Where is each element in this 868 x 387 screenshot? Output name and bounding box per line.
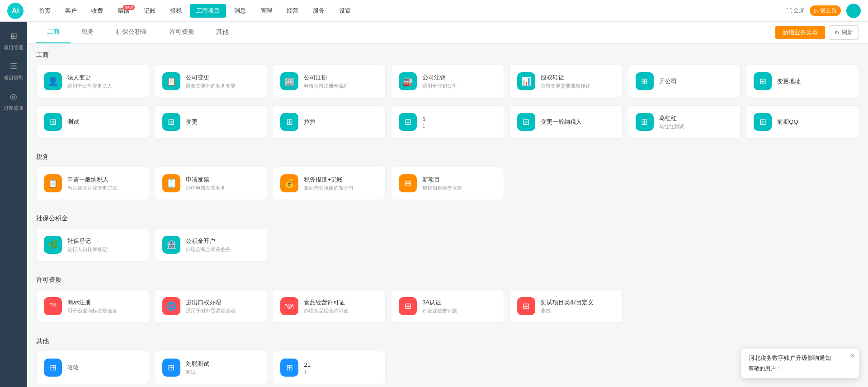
card-变更[interactable]: ⊞ 变更 [155,105,268,139]
card-info: 公司注销 适用于注销公司 [422,74,457,89]
card-title: 食品经营许可证 [304,298,349,307]
card-3A认证[interactable]: ⊞ 3A认证 对企业信誉评级 [391,289,504,323]
card-info: 测试项目类型目定义 测试 [541,298,594,314]
card-info: 开公司 [659,77,677,85]
vip-btn[interactable]: ▷ 畅会员 [810,5,841,16]
nav-item-消息[interactable]: 消息 [228,4,252,18]
card-税务报道+记账[interactable]: 💰 税务报道+记账 拿到营业执照的新公司 [273,167,386,200]
card-icon: ⊞ [399,113,417,131]
nav-item-工商项目[interactable]: 工商项目 [190,4,226,18]
tab-其他[interactable]: 其他 [205,22,240,43]
card-icon: 📊 [517,72,535,90]
tab-税务[interactable]: 税务 [71,22,105,43]
card-测试[interactable]: ⊞ 测试 [36,105,149,139]
card-title: 变更 [186,118,198,126]
card-葛红红[interactable]: ⊞ 葛红红 葛红红测试 [628,105,741,139]
card-desc: 适用于注销公司 [422,83,457,89]
nav-item-服务[interactable]: 服务 [307,4,331,18]
nav-item-票据[interactable]: 票据new [111,4,136,18]
card-公司注册[interactable]: 🏢 公司注册 申请公司注册全流程 [273,65,386,98]
card-title: 公司注册 [304,74,349,82]
nav-item-收费[interactable]: 收费 [85,4,109,18]
card-icon: 🌿 [44,236,62,254]
tab-工商[interactable]: 工商 [36,22,71,43]
refresh-button[interactable]: ↻ 刷新 [829,25,859,40]
card-公司注销[interactable]: 🏭 公司注销 适用于注销公司 [391,65,504,98]
card-title: 税务报道+记账 [304,176,354,184]
card-哈哈[interactable]: ⊞ 哈哈 [36,351,149,384]
card-desc: 对企业信誉评级 [422,308,457,314]
card-社保登记[interactable]: 🌿 社保登记 进行人员社保登记 [36,228,149,261]
cards-grid: 📋 申请一般纳税人 当月或次月成变更完成 🧾 申请发票 办理申请发票业务 💰 税… [36,167,859,200]
card-title: 新项目 [422,176,462,184]
nav-item-首页[interactable]: 首页 [33,4,57,18]
card-开公司[interactable]: ⊞ 开公司 [628,65,741,98]
card-公积金开户[interactable]: 🏦 公积金开户 办理公积金相关业务 [155,228,268,261]
card-desc: 适用于公司变更法人 [67,83,112,89]
card-desc: 进行人员社保登记 [67,246,107,253]
card-info: 测试 [67,118,79,126]
nav-item-管理[interactable]: 管理 [254,4,278,18]
card-title: 前期QQ [777,118,798,126]
card-icon: ⊞ [517,113,535,131]
card-21[interactable]: ⊞ 21 1 [273,351,386,384]
card-进出口权办理[interactable]: 🌐 进出口权办理 适用于对外贸易经营者 [155,289,268,323]
card-icon: ⊞ [399,297,417,315]
section-title: 税务 [36,153,859,161]
nav-item-设置[interactable]: 设置 [333,4,357,18]
tab-社保公积金[interactable]: 社保公积金 [105,22,158,43]
card-info: 法人变更 适用于公司变更法人 [67,74,112,89]
card-info: 股权转让 公司变更需要股权转让 [541,74,590,89]
nav-item-报税[interactable]: 报税 [164,4,188,18]
fullscreen-btn[interactable]: ⛶ 全屏 [786,7,804,14]
play-icon: ▷ [814,8,818,14]
card-拉拉[interactable]: ⊞ 拉拉 [273,105,386,139]
card-申请发票[interactable]: 🧾 申请发票 办理申请发票业务 [155,167,268,200]
card-icon: 🏦 [162,236,180,254]
card-icon: ⊞ [517,297,535,315]
card-title: 股权转让 [541,74,590,82]
card-法人变更[interactable]: 👤 法人变更 适用于公司变更法人 [36,65,149,98]
card-title: 1 [422,116,425,122]
card-前期QQ[interactable]: ⊞ 前期QQ [746,105,859,139]
sidebar-label: 进度监测 [4,105,24,112]
nav-item-经营[interactable]: 经营 [280,4,305,18]
card-info: 哈哈 [67,364,79,372]
card-刘聪测试[interactable]: ⊞ 刘聪测试 测试 [155,351,268,384]
section-title: 许可资质 [36,276,859,284]
card-title: 进出口权办理 [186,298,236,307]
card-title: 申请发票 [186,176,226,184]
card-公司变更[interactable]: 📋 公司变更 股权变更外的业务变更 [155,65,268,98]
card-股权转让[interactable]: 📊 股权转让 公司变更需要股权转让 [509,65,623,98]
card-info: 食品经营许可证 办理食品经营许可证 [304,298,349,314]
card-测试项目类型目定义[interactable]: ⊞ 测试项目类型目定义 测试 [509,289,623,323]
card-icon: ⊞ [162,359,180,377]
card-变更地址[interactable]: ⊞ 变更地址 [746,65,859,98]
nav-item-客户[interactable]: 客户 [59,4,83,18]
card-title: 21 [304,361,310,368]
avatar[interactable] [846,4,861,18]
card-title: 申请一般纳税人 [67,176,117,184]
card-新项目[interactable]: ⊞ 新项目 报税加税控盘保管 [391,167,504,200]
nav-item-记账[interactable]: 记账 [137,4,162,18]
card-desc: 1 [304,369,310,374]
notification-title: 河北税务数字账户升级影响通知 [749,354,852,362]
card-title: 葛红红 [659,114,684,122]
section-unnamed: ⊞ 测试 ⊞ 变更 ⊞ 拉拉 ⊞ 1 1 ⊞ [27,105,868,139]
notification-close[interactable]: ✕ [850,352,855,359]
card-icon: 🏭 [399,72,417,90]
card-info: 公积金开户 办理公积金相关业务 [186,237,231,253]
sidebar-item-进度监测[interactable]: ◎进度监测 [0,86,27,116]
tab-许可资质[interactable]: 许可资质 [158,22,205,43]
new-type-button[interactable]: 新增业务类型 [775,26,825,39]
sidebar-item-项目类型[interactable]: ☰项目类型 [0,56,27,86]
logo: Ai [7,3,24,19]
card-info: 21 1 [304,361,310,374]
sidebar-item-项目管理[interactable]: ⊞项目管理 [0,25,27,56]
card-变更一般纳税人[interactable]: ⊞ 变更一般纳税人 [509,105,623,139]
card-商标注册[interactable]: ™ 商标注册 用于企业商标注册服务 [36,289,149,323]
card-1[interactable]: ⊞ 1 1 [391,105,504,139]
card-title: 变更一般纳税人 [541,118,582,126]
card-食品经营许可证[interactable]: 🍽 食品经营许可证 办理食品经营许可证 [273,289,386,323]
card-申请一般纳税人[interactable]: 📋 申请一般纳税人 当月或次月成变更完成 [36,167,149,200]
